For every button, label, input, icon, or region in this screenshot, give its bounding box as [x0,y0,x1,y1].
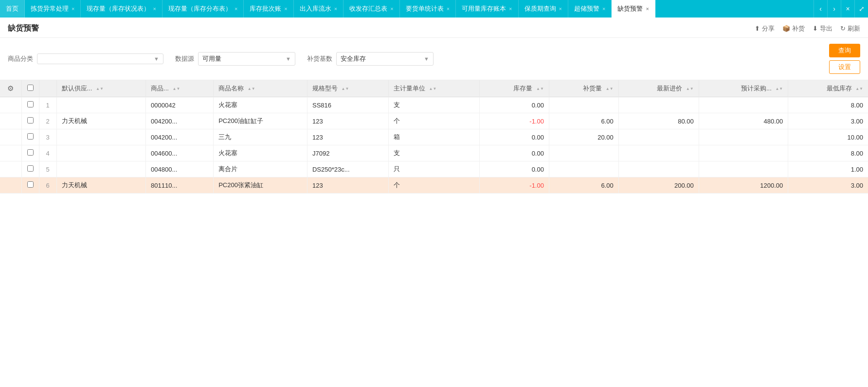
row-unit: 支 [388,145,479,161]
row-checkbox[interactable] [27,101,34,107]
close-exception-tab[interactable]: × [72,6,74,12]
export-icon: ⬇ [813,25,818,32]
row-checkbox-cell[interactable] [21,129,39,145]
row-stock: 0.00 [480,97,549,113]
datasource-select[interactable]: 可用量 ▼ [198,52,295,66]
close-batch-account-tab[interactable]: × [284,6,287,12]
th-settings[interactable]: ⚙ [0,80,21,97]
datasource-filter-group: 数据源 可用量 ▼ [175,52,295,66]
row-checkbox[interactable] [27,133,34,140]
tab-requisition-stat[interactable]: 要货单统计表 × [400,0,456,18]
th-product-name[interactable]: 商品名称 ▲▼ [214,80,307,97]
row-replenish-qty: 6.00 [549,113,618,129]
replenish-button[interactable]: 📦 补货 [782,24,805,33]
nav-close-btn[interactable]: × [841,0,854,18]
sort-code-icon: ▲▼ [173,87,181,91]
row-latest-price [618,129,699,145]
export-button[interactable]: ⬇ 导出 [813,24,832,33]
th-default-supplier[interactable]: 默认供应... ▲▼ [56,80,146,97]
th-unit[interactable]: 主计量单位 ▲▼ [388,80,479,97]
close-inout-flow-tab[interactable]: × [334,6,337,12]
tab-batch-account[interactable]: 库存批次账 × [244,0,293,18]
tab-batch-account-label: 库存批次账 [250,4,281,13]
row-replenish-qty [549,145,618,161]
row-checkbox-cell[interactable] [21,161,39,177]
row-checkbox-cell[interactable] [21,177,39,194]
th-stock[interactable]: 库存量 ▲▼ [480,80,549,97]
close-overstock-tab[interactable]: × [602,6,605,12]
data-table: ⚙ 默认供应... ▲▼ 商品... ▲▼ 商品名称 [0,80,868,194]
row-checkbox-cell[interactable] [21,113,39,129]
close-expiry-query-tab[interactable]: × [559,6,562,12]
nav-controls: ‹ › × ⤢ [814,0,868,18]
tab-inout-flow[interactable]: 出入库流水 × [294,0,344,18]
tab-inventory-dist[interactable]: 现存量（库存分布表） × [163,0,244,18]
row-stock: 0.00 [480,145,549,161]
row-checkbox[interactable] [27,181,34,188]
table-row: 5 004800... 离合片 DS250*23c... 只 0.00 1.00 [0,161,868,177]
datasource-select-value: 可用量 [202,54,221,63]
row-min-stock: 3.00 [788,177,868,194]
th-estimated-purchase[interactable]: 预计采购... ▲▼ [699,80,788,97]
row-checkbox[interactable] [27,165,34,172]
tab-available-ledger[interactable]: 可用量库存账本 × [456,0,518,18]
close-requisition-stat-tab[interactable]: × [447,6,450,12]
close-shortage-tab[interactable]: × [646,6,649,12]
row-estimated-purchase [699,145,788,161]
refresh-button[interactable]: ↻ 刷新 [840,24,860,33]
nav-prev-btn[interactable]: ‹ [814,0,827,18]
row-checkbox[interactable] [27,149,34,156]
replenish-label: 补货 [792,24,805,33]
tab-home[interactable]: 首页 [0,0,25,18]
tab-shortage[interactable]: 缺货预警 × [612,0,655,18]
export-label: 导出 [820,24,832,33]
sort-stock-icon: ▲▼ [536,87,544,91]
th-spec[interactable]: 规格型号 ▲▼ [307,80,388,97]
close-inventory-dist-tab[interactable]: × [235,6,237,12]
row-settings-cell [0,97,21,113]
row-product-name: PC200油缸缸子 [214,113,307,129]
datasource-label: 数据源 [175,54,194,63]
close-available-ledger-tab[interactable]: × [509,6,512,12]
replenish-basis-select-value: 安全库存 [341,54,366,63]
refresh-icon: ↻ [840,25,846,32]
th-product-code[interactable]: 商品... ▲▼ [146,80,214,97]
row-checkbox[interactable] [27,117,34,123]
row-product-name: 火花塞 [214,145,307,161]
tab-inventory-status[interactable]: 现存量（库存状况表） × [81,0,162,18]
row-num: 5 [39,161,56,177]
table-header-row: ⚙ 默认供应... ▲▼ 商品... ▲▼ 商品名称 [0,80,868,97]
th-replenish-qty[interactable]: 补货量 ▲▼ [549,80,618,97]
tab-expiry-query[interactable]: 保质期查询 × [519,0,568,18]
close-receive-summary-tab[interactable]: × [390,6,393,12]
table-row: 1 0000042 火花塞 SS816 支 0.00 8.00 [0,97,868,113]
settings-button[interactable]: 设置 [829,60,860,74]
category-select[interactable]: ▼ [37,53,163,64]
row-spec: 123 [307,113,388,129]
close-inventory-status-tab[interactable]: × [153,6,156,12]
tab-overstock[interactable]: 超储预警 × [568,0,612,18]
query-button[interactable]: 查询 [829,44,860,57]
th-checkbox[interactable] [21,80,39,97]
settings-icon[interactable]: ⚙ [7,84,14,92]
filter-actions: 查询 设置 [829,44,860,74]
row-supplier [56,129,146,145]
row-checkbox-cell[interactable] [21,97,39,113]
table-row: 6 力天机械 801110... PC200张紧油缸 123 个 -1.00 6… [0,177,868,194]
tab-overstock-label: 超储预警 [574,4,599,13]
main-content: 缺货预警 ⬆ 分享 📦 补货 ⬇ 导出 ↻ 刷新 商品分类 [0,18,868,387]
th-min-stock[interactable]: 最低库存 ▲▼ [788,80,868,97]
nav-next-btn[interactable]: › [827,0,841,18]
nav-expand-btn[interactable]: ⤢ [854,0,868,18]
share-button[interactable]: ⬆ 分享 [755,24,775,33]
tab-exception[interactable]: 拣货异常处理 × [25,0,81,18]
row-checkbox-cell[interactable] [21,145,39,161]
row-estimated-purchase: 1200.00 [699,177,788,194]
select-all-checkbox[interactable] [27,85,34,91]
th-latest-price[interactable]: 最新进价 ▲▼ [618,80,699,97]
replenish-basis-select[interactable]: 安全库存 ▼ [336,52,434,66]
tab-receive-summary[interactable]: 收发存汇总表 × [344,0,399,18]
category-label: 商品分类 [8,54,33,63]
table-row: 4 004600... 火花塞 J7092 支 0.00 8.00 [0,145,868,161]
row-estimated-purchase [699,97,788,113]
